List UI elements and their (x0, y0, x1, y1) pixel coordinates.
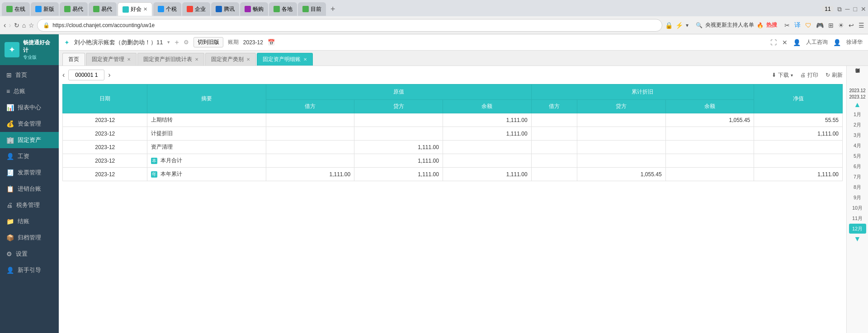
period-month-5[interactable]: 5月 (849, 151, 866, 161)
bookmark-button[interactable]: ☆ (28, 22, 34, 29)
human-service-label[interactable]: 人工咨询 (806, 38, 828, 46)
back-button[interactable]: ‹ (4, 21, 6, 29)
page-input[interactable] (68, 70, 104, 80)
ledger-icon: ≡ (6, 88, 10, 95)
period-month-6[interactable]: 6月 (849, 161, 866, 171)
browser-tab-tengxun[interactable]: 腾讯 (211, 2, 239, 16)
add-account-button[interactable]: + (175, 38, 179, 47)
hot-label: 🔥 (757, 22, 764, 28)
flash-icon[interactable]: ⚡ (675, 22, 683, 29)
sidebar-item-reports[interactable]: 📊 报表中心 (0, 99, 59, 116)
restore-icon[interactable]: ⧉ (837, 5, 842, 13)
browser-tab-qiye[interactable]: 企业 (182, 2, 210, 16)
period-month-1[interactable]: 1月 (849, 109, 866, 119)
sidebar-item-invoice[interactable]: 🧾 发票管理 (0, 164, 59, 181)
period-month-7[interactable]: 7月 (849, 172, 866, 182)
theme-icon[interactable]: ☀ (838, 22, 844, 29)
page-tab-home[interactable]: 首页 (62, 53, 85, 66)
home-button[interactable]: ⌂ (22, 22, 26, 29)
cell-accum-debit (531, 113, 577, 127)
sidebar-item-archive[interactable]: 📦 归档管理 (0, 230, 59, 246)
page-tab-category[interactable]: 固定资产类别 ✕ (205, 53, 256, 66)
tab-close-mgmt-icon[interactable]: ✕ (127, 57, 131, 62)
page-tab-depreciation[interactable]: 固定资产折旧统计表 ✕ (137, 53, 204, 66)
browser-tab-geshuui[interactable]: 个税 (153, 2, 181, 16)
download-button[interactable]: ⬇ 下载 ▾ (772, 71, 793, 79)
sidebar-item-general-ledger[interactable]: ≡ 总账 (0, 83, 59, 99)
col-summary: 摘要 (147, 84, 266, 113)
period-month-3[interactable]: 3月 (849, 130, 866, 140)
calendar-icon[interactable]: 📅 (268, 39, 275, 46)
tab-close-icon[interactable]: ✕ (143, 6, 147, 12)
period-month-12[interactable]: 12月 (849, 224, 866, 234)
browser-tab-new[interactable]: 新版 (31, 2, 59, 16)
close-window-icon[interactable]: ✕ (861, 5, 866, 13)
sidebar-item-fund[interactable]: 💰 资金管理 (0, 116, 59, 132)
close-icon[interactable]: ✕ (782, 39, 788, 46)
sidebar-item-fixed-assets[interactable]: 🏢 固定资产 (0, 132, 59, 148)
period-month-10[interactable]: 10月 (849, 203, 866, 213)
scissors-icon[interactable]: ✂ (784, 22, 790, 29)
menu-icon[interactable]: ☰ (859, 22, 864, 29)
period-month-2[interactable]: 2月 (849, 120, 866, 130)
browser-tab-gedi[interactable]: 各地 (269, 2, 297, 16)
browser-tab-yidai1[interactable]: 易代 (60, 2, 88, 16)
maximize-icon[interactable]: □ (854, 5, 857, 13)
cell-net-value: 1,111.00 (754, 168, 843, 181)
game-icon[interactable]: 🎮 (816, 22, 824, 29)
browser-tab-online[interactable]: 在线 (2, 2, 30, 16)
page-tab-fixed-asset-mgmt[interactable]: 固定资产管理 ✕ (86, 53, 137, 66)
download-dropdown-icon[interactable]: ▾ (791, 73, 793, 78)
browser-tab-haohui[interactable]: 好会 ✕ (118, 2, 152, 16)
dropdown-account-icon[interactable]: ▾ (167, 39, 170, 45)
settings-small-icon[interactable]: ⚙ (184, 39, 189, 46)
logo-icon: ✦ (5, 42, 19, 57)
undo-icon[interactable]: ↩ (849, 22, 854, 29)
period-month-9[interactable]: 9月 (849, 192, 866, 202)
invoice-icon: 🧾 (6, 169, 14, 176)
period-month-8[interactable]: 8月 (849, 182, 866, 192)
period-month-11[interactable]: 11月 (849, 213, 866, 223)
new-tab-button[interactable]: + (327, 5, 339, 14)
period-month-4[interactable]: 4月 (849, 141, 866, 150)
scroll-up-icon[interactable]: ▲ (854, 101, 861, 109)
browser-tab-yidai2[interactable]: 易代 (89, 2, 117, 16)
page-tab-detail[interactable]: 固定资产明细账 ✕ (257, 53, 313, 66)
user-name[interactable]: 徐译华 (846, 38, 863, 46)
scroll-down-icon[interactable]: ▼ (854, 235, 861, 243)
main-content: ✦ 刘小艳演示账套（勿删勿动！）11 ▾ + ⚙ 切到旧版 账期 2023-12… (59, 34, 868, 333)
grid-icon[interactable]: ⊞ (828, 22, 834, 29)
sidebar-item-purchase-sale[interactable]: 📋 进销台账 (0, 181, 59, 197)
browser-tab-chang[interactable]: 畅购 (240, 2, 268, 16)
address-input[interactable]: 🔒 https://cloud.chanjet.com/accounting/u… (37, 19, 662, 32)
refresh-button[interactable]: ↻ 刷新 (826, 71, 843, 79)
forward-button[interactable]: › (9, 21, 11, 29)
sidebar-item-settings[interactable]: ⚙ 设置 (0, 246, 59, 262)
fullscreen-icon[interactable]: ⛶ (770, 39, 777, 46)
browser-tab-muqian[interactable]: 目前 (298, 2, 326, 16)
translate-icon[interactable]: 译 (794, 21, 801, 29)
sidebar-item-guide[interactable]: 👤 新手引导 (0, 262, 59, 278)
sidebar-logo: ✦ 畅捷通好会计 专业版 (0, 34, 59, 65)
sidebar-item-tax[interactable]: 🖨 税务管理 (0, 197, 59, 213)
sidebar-toggle-icon[interactable]: ✦ (64, 39, 70, 46)
address-text: https://cloud.chanjet.com/accounting/uw1… (52, 22, 656, 28)
next-arrow-icon[interactable]: › (108, 71, 110, 79)
period-year-label2: 2023.12 (849, 94, 865, 99)
account-name: 刘小艳演示账套（勿删勿动！）11 (74, 38, 163, 47)
reload-button[interactable]: ↻ (14, 22, 19, 29)
minimize-icon[interactable]: ─ (845, 5, 850, 13)
print-button[interactable]: 🖨 打印 (800, 71, 818, 79)
tab-close-detail-icon[interactable]: ✕ (303, 57, 307, 62)
dropdown-arrow-icon[interactable]: ▾ (686, 22, 689, 28)
tab-close-category-icon[interactable]: ✕ (246, 57, 250, 62)
prev-arrow-icon[interactable]: ‹ (62, 71, 65, 79)
switch-version-button[interactable]: 切到旧版 (193, 37, 223, 47)
sidebar-item-home[interactable]: ⊞ 首页 (0, 67, 59, 83)
sidebar-item-closing[interactable]: 📁 结账 (0, 213, 59, 230)
header-right: ⛶ ✕ 👤 人工咨询 👤 徐译华 (770, 38, 863, 46)
tab-close-depreciation-icon[interactable]: ✕ (195, 57, 198, 62)
right-panel: 期间选择 2023.12 2023.12 ▲ 1月 2月 3月 4月 5月 6月… (846, 66, 868, 333)
shield-icon[interactable]: 🛡 (805, 22, 811, 29)
sidebar-item-payroll[interactable]: 👤 工资 (0, 148, 59, 164)
